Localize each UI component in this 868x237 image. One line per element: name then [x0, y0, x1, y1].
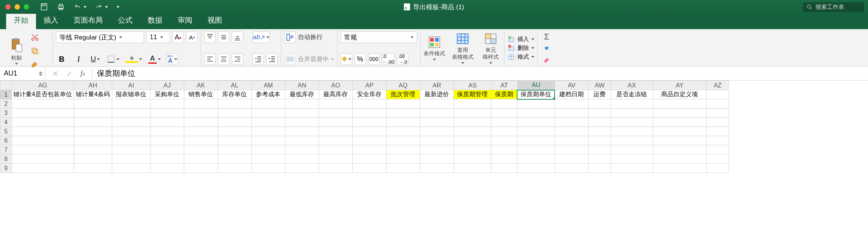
cell[interactable] — [112, 155, 150, 164]
row-header[interactable]: 4 — [0, 118, 12, 127]
cell[interactable] — [491, 109, 517, 118]
row-header[interactable]: 8 — [0, 155, 12, 164]
cell[interactable] — [706, 136, 729, 145]
cell[interactable] — [611, 155, 653, 164]
cell[interactable] — [251, 164, 285, 173]
cell[interactable] — [12, 145, 74, 155]
cell[interactable] — [12, 136, 74, 145]
cell[interactable] — [517, 118, 555, 127]
cell[interactable] — [454, 99, 491, 109]
column-header[interactable]: AK — [184, 81, 218, 90]
cell[interactable] — [285, 99, 319, 109]
font-color-button[interactable]: A — [148, 53, 161, 65]
cell[interactable] — [555, 136, 588, 145]
cell[interactable] — [319, 145, 352, 155]
cell[interactable] — [611, 164, 653, 173]
cell[interactable] — [491, 155, 517, 164]
cell[interactable] — [352, 99, 386, 109]
cell[interactable] — [588, 118, 611, 127]
format-as-table-button[interactable]: 套用 表格格式 — [452, 32, 473, 64]
tab-view[interactable]: 视图 — [200, 12, 230, 29]
cell[interactable] — [218, 155, 251, 164]
name-box[interactable]: AU1 — [0, 67, 45, 80]
cell[interactable] — [74, 164, 112, 173]
cell[interactable] — [491, 164, 517, 173]
cell[interactable] — [74, 145, 112, 155]
cell[interactable] — [420, 127, 454, 136]
cell[interactable] — [517, 164, 555, 173]
row-header[interactable]: 7 — [0, 145, 12, 155]
insert-function-button[interactable]: fx — [80, 69, 85, 77]
cell[interactable] — [150, 109, 184, 118]
cell[interactable] — [611, 109, 653, 118]
cell[interactable] — [184, 145, 218, 155]
cell[interactable] — [218, 99, 251, 109]
cell[interactable] — [150, 136, 184, 145]
zoom-window-button[interactable] — [24, 4, 29, 10]
cell[interactable] — [12, 99, 74, 109]
row-header[interactable]: 1 — [0, 90, 12, 99]
cell[interactable] — [150, 118, 184, 127]
cell[interactable] — [112, 164, 150, 173]
cell[interactable] — [150, 145, 184, 155]
cell[interactable] — [386, 145, 420, 155]
cell[interactable] — [184, 118, 218, 127]
comma-button[interactable]: 000 — [368, 53, 380, 65]
cell[interactable] — [588, 155, 611, 164]
align-top-button[interactable] — [204, 31, 216, 43]
bold-button[interactable]: B — [56, 53, 67, 65]
cell[interactable] — [74, 118, 112, 127]
cell[interactable] — [285, 109, 319, 118]
cell[interactable] — [218, 127, 251, 136]
cell[interactable]: 参考成本 — [251, 90, 285, 99]
cell[interactable] — [653, 155, 706, 164]
cell[interactable] — [386, 164, 420, 173]
cell[interactable]: 商品自定义项 — [653, 90, 706, 99]
cell[interactable] — [12, 155, 74, 164]
cell[interactable] — [420, 109, 454, 118]
cell[interactable] — [653, 145, 706, 155]
autosum-button[interactable]: Σ — [541, 31, 552, 42]
align-left-button[interactable] — [204, 53, 216, 65]
increase-decimal-button[interactable]: .0←.00 — [382, 53, 395, 65]
row-header[interactable]: 2 — [0, 99, 12, 109]
conditional-format-button[interactable]: 条件格式 — [424, 36, 445, 61]
currency-button[interactable]: ❖ — [341, 53, 352, 65]
cell[interactable] — [74, 99, 112, 109]
cell[interactable] — [517, 127, 555, 136]
row-header[interactable]: 9 — [0, 164, 12, 173]
cell[interactable] — [420, 164, 454, 173]
column-header[interactable]: AO — [319, 81, 352, 90]
cell[interactable] — [352, 127, 386, 136]
cell[interactable] — [588, 136, 611, 145]
cell[interactable] — [285, 155, 319, 164]
cell[interactable] — [491, 127, 517, 136]
cell[interactable] — [454, 145, 491, 155]
column-header[interactable]: AI — [112, 81, 150, 90]
cell[interactable] — [251, 109, 285, 118]
cell[interactable]: 最新进价 — [420, 90, 454, 99]
cell[interactable] — [454, 155, 491, 164]
cell[interactable] — [319, 127, 352, 136]
align-middle-button[interactable] — [218, 31, 229, 43]
orientation-button[interactable]: ab↗ — [252, 31, 270, 43]
cell[interactable] — [74, 109, 112, 118]
select-all-corner[interactable] — [0, 81, 12, 90]
cell[interactable] — [454, 127, 491, 136]
column-header[interactable]: AP — [352, 81, 386, 90]
cell[interactable] — [12, 164, 74, 173]
cell[interactable] — [653, 164, 706, 173]
cell[interactable] — [150, 127, 184, 136]
search-sheet-input[interactable]: 搜索工作表 — [803, 2, 864, 12]
cell[interactable]: 最低库存 — [285, 90, 319, 99]
cell[interactable] — [386, 155, 420, 164]
minimize-window-button[interactable] — [15, 4, 20, 10]
cell[interactable] — [611, 136, 653, 145]
cell[interactable] — [555, 164, 588, 173]
cell[interactable] — [184, 99, 218, 109]
row-header[interactable]: 3 — [0, 109, 12, 118]
column-header[interactable]: AM — [251, 81, 285, 90]
underline-button[interactable]: U — [90, 53, 101, 65]
cell[interactable] — [454, 164, 491, 173]
cell[interactable] — [517, 155, 555, 164]
